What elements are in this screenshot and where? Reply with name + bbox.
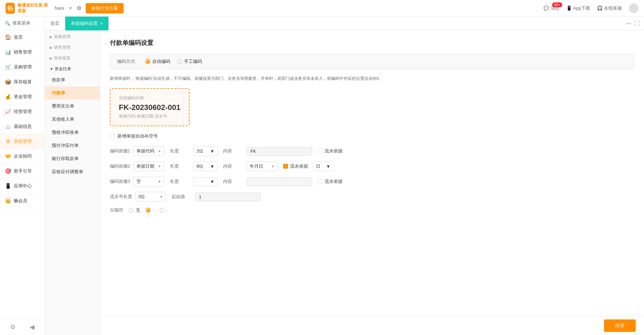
prefix1-serial-checkbox[interactable]: [318, 149, 323, 153]
sub-nav-group-inventory[interactable]: ▶ 库存核算: [45, 52, 100, 63]
sidebar-item-app-center[interactable]: 📱 应用中心: [0, 179, 45, 194]
sidebar-item-label: 基础信息: [14, 123, 32, 130]
serial-length-label: 流水号长度: [110, 194, 132, 200]
prefix2-content-arrow-icon: ▼: [271, 165, 275, 168]
main-content: 付款单编码设置 编码方式 自动编码 手工编码 新增单据时，'单据编码'自动生成，…: [100, 30, 644, 335]
inventory-icon: 📦: [5, 79, 11, 85]
sub-nav-item-payment[interactable]: 付款单: [45, 86, 100, 100]
save-button[interactable]: 保存: [604, 319, 636, 332]
sep-none-radio[interactable]: 无: [129, 207, 140, 213]
sub-nav-item-receipt[interactable]: 收款单: [45, 73, 100, 86]
manual-code-label: 手工编码: [184, 58, 202, 65]
dropdown-arrow-icon[interactable]: ▼: [68, 6, 73, 11]
sep-dot-radio[interactable]: ·: [146, 208, 154, 213]
app-icon: 📱: [566, 6, 572, 11]
sub-nav-item-other-income[interactable]: 其他收入单: [45, 113, 100, 126]
sidebar-item-sales[interactable]: 📊 销售管理: [0, 45, 45, 60]
prefix1-select[interactable]: 单据代码 ▼: [133, 146, 164, 156]
sep-dash-radio-circle: [160, 208, 164, 213]
sub-nav-group-funds[interactable]: ▼ 资金往来: [45, 63, 100, 73]
sidebar-item-label: 畅会员: [14, 198, 27, 204]
online-service-button[interactable]: 🎧 在线客服: [597, 5, 622, 11]
prefix3-length-select[interactable]: ▼: [193, 177, 218, 186]
prefix1-label: 编码前缀1: [110, 148, 131, 154]
sidebar-item-label: 系统管理: [14, 138, 32, 145]
sub-nav-group-label: 采购管理: [54, 34, 70, 40]
sidebar-item-newbie[interactable]: 🎯 新手引导: [0, 164, 45, 179]
sub-nav-item-pre-receivable[interactable]: 预收冲应收单: [45, 126, 100, 139]
sub-nav-item-label: 预付冲应付单: [52, 142, 79, 149]
sidebar-item-purchase[interactable]: 🛒 采购管理: [0, 60, 45, 75]
sub-nav-group-purchase[interactable]: ▶ 采购管理: [45, 30, 100, 41]
prefix2-length-select[interactable]: 8位 ▼: [193, 161, 218, 171]
info-text: 新增单据时，'单据编码'自动生成，不可编辑。前缀设置为部门、业务员等档案类，开单…: [110, 75, 634, 82]
sub-nav-item-payable-adj[interactable]: 应收应付调整单: [45, 165, 100, 178]
search-menu[interactable]: 🔍 搜索菜单: [0, 17, 45, 30]
prefix3-serial-checkbox[interactable]: [318, 179, 323, 184]
prefix2-select[interactable]: 单据日期 ▼: [133, 161, 164, 171]
auto-code-radio[interactable]: 自动编码: [145, 58, 170, 65]
code-preview-label: 当前编码示例：: [119, 95, 181, 101]
sidebar-collapse-btn[interactable]: ◀: [30, 323, 35, 331]
chevron-right-icon: ▶: [50, 35, 52, 39]
message-button[interactable]: 💬 消息 99+: [544, 5, 559, 11]
prefix3-content-input[interactable]: [247, 177, 312, 186]
sub-nav-item-bank-deposit[interactable]: 银行存取款单: [45, 152, 100, 165]
code-preview-sub: 单据代码-单据日期-流水号: [119, 113, 181, 119]
sidebar-item-label: 首页: [14, 34, 23, 40]
service-icon: 🎧: [597, 6, 603, 11]
sub-nav-item-expense[interactable]: 费用支出单: [45, 100, 100, 113]
prefix3-serial-field: 流水依据: [318, 178, 343, 185]
prefix3-length-arrow-icon: ▼: [210, 179, 214, 184]
sep-none-label: 无: [136, 207, 140, 213]
sidebar-item-basic[interactable]: 🗂 基础信息: [0, 119, 45, 134]
manual-code-radio[interactable]: 手工编码: [177, 58, 202, 65]
start-value-input[interactable]: [195, 193, 261, 201]
prefix3-content-label: 内容: [223, 178, 244, 185]
settings-icon[interactable]: ⚙: [77, 5, 81, 11]
prefix3-select[interactable]: 空 ▼: [133, 177, 164, 186]
sidebar: 🔍 搜索菜单 🏠 首页 📊 销售管理 🛒 采购管理 📦 库存核算 💰 资金管理 …: [0, 17, 45, 335]
prefix1-length-arrow-icon: ▼: [210, 149, 214, 154]
prefix2-serial-checkbox[interactable]: ✓: [283, 164, 288, 169]
prefix2-period-select[interactable]: 日 ▼: [313, 161, 334, 171]
tab-home[interactable]: 首页: [45, 17, 65, 30]
tab-close-icon[interactable]: ×: [100, 21, 103, 26]
serial-length-select[interactable]: 3位 ▼: [135, 192, 166, 202]
prefix2-content-value: 年月日: [250, 163, 263, 169]
prefix1-serial-label: 流水依据: [325, 148, 343, 154]
prefix2-content-select[interactable]: 年月日 ▼: [247, 161, 278, 171]
sidebar-item-inventory[interactable]: 📦 库存核算: [0, 75, 45, 90]
separator-label: 分隔符: [110, 207, 123, 213]
manual-code-radio-circle: [177, 59, 182, 64]
prefix1-length-select[interactable]: 2位 ▼: [193, 146, 218, 156]
sidebar-item-cooperation[interactable]: 🤝 企业协同: [0, 149, 45, 164]
prefix1-length-label: 长度: [170, 148, 191, 154]
sub-nav-item-pre-payment[interactable]: 预付冲应付单: [45, 139, 100, 152]
sidebar-item-home[interactable]: 🏠 首页: [0, 30, 45, 45]
sidebar-item-system[interactable]: ⚙ 系统管理: [0, 134, 45, 149]
sub-nav-group-sales[interactable]: ▶ 销售管理: [45, 41, 100, 52]
sidebar-settings-btn[interactable]: ⚙: [10, 323, 16, 331]
trial-button[interactable]: 体验行业方案: [86, 3, 124, 13]
sidebar-item-operations[interactable]: 📈 经营管理: [0, 104, 45, 119]
sep-dash-radio[interactable]: ·: [160, 208, 168, 213]
app-download-button[interactable]: 📱 App下载: [566, 5, 590, 11]
auto-fill-checkbox[interactable]: [110, 134, 115, 139]
tab-encoding[interactable]: 单据编码设置 ×: [65, 17, 109, 30]
message-icon: 💬: [544, 6, 549, 11]
operations-icon: 📈: [5, 109, 11, 115]
logo-area: 畅 畅通道好生意 搭息版: [6, 3, 50, 14]
system-icon: ⚙: [5, 138, 11, 145]
sidebar-item-member[interactable]: 👑 畅会员: [0, 194, 45, 208]
sub-nav-group-label: 销售管理: [54, 45, 70, 50]
chevron-right-icon: ▶: [50, 56, 52, 60]
prefix1-content-input[interactable]: [247, 147, 312, 156]
prefix2-serial-label: 流水依据: [290, 163, 308, 169]
sidebar-item-label: 应用中心: [14, 183, 32, 189]
sidebar-item-finance[interactable]: 💰 资金管理: [0, 90, 45, 104]
tab-minimize-icon[interactable]: —: [626, 20, 632, 27]
tab-fullscreen-icon[interactable]: ⛶: [634, 20, 640, 27]
serial-length-arrow-icon: ▼: [160, 195, 163, 199]
user-avatar[interactable]: [629, 3, 638, 13]
